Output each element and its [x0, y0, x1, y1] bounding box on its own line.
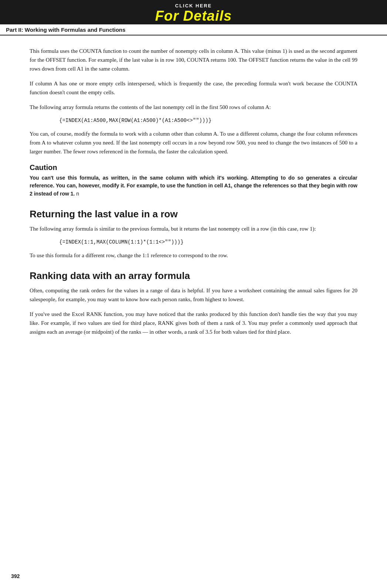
section1-formula: {=INDEX(1:1,MAX(COLUMN(1:1)*(1:1<>"")))}: [59, 239, 357, 245]
banner: CLICK HERE For Details: [0, 0, 387, 24]
section1-paragraph-1: The following array formula is similar t…: [30, 224, 357, 233]
section2-heading: Ranking data with an array formula: [30, 270, 357, 282]
paragraph-3: The following array formula returns the …: [30, 103, 357, 112]
for-details-text: For Details: [0, 9, 387, 23]
section1-heading: Returning the last value in a row: [30, 208, 357, 220]
section2-paragraph-2: If you've used the Excel RANK function, …: [30, 310, 357, 336]
paragraph-4: You can, of course, modify the formula t…: [30, 129, 357, 156]
caution-title: Caution: [30, 163, 357, 172]
caution-body: You can't use this formula, as written, …: [30, 174, 357, 198]
section2-paragraph-1: Often, computing the rank orders for the…: [30, 286, 357, 304]
formula-1: {=INDEX(A1:A500,MAX(ROW(A1:A500)*(A1:A50…: [59, 118, 357, 123]
caution-suffix: n: [75, 191, 79, 197]
page-number: 392: [11, 573, 20, 579]
main-content: This formula uses the COUNTA function to…: [0, 35, 387, 364]
paragraph-1: This formula uses the COUNTA function to…: [30, 47, 357, 73]
part-header-text: Part II: Working with Formulas and Funct…: [6, 27, 125, 33]
section1-paragraph-2: To use this formula for a different row,…: [30, 251, 357, 260]
paragraph-2: If column A has one or more empty cells …: [30, 79, 357, 97]
part-header: Part II: Working with Formulas and Funct…: [0, 24, 387, 35]
caution-section: Caution You can't use this formula, as w…: [30, 163, 357, 198]
